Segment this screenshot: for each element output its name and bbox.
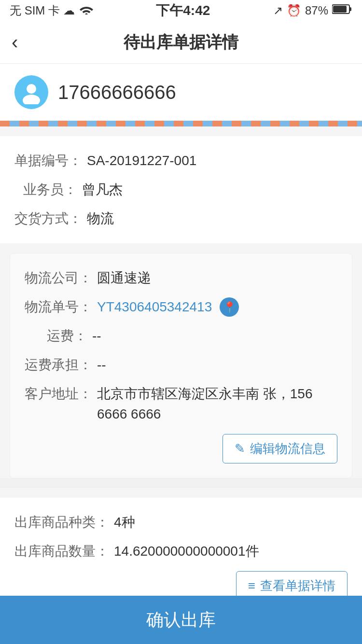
no-sim-text: 无 SIM 卡 ☁ bbox=[10, 3, 75, 18]
document-number-row: 单据编号： SA-20191227-001 bbox=[14, 151, 348, 171]
view-document-label: 查看单据详情 bbox=[260, 577, 335, 594]
freight-bear-label: 运费承担： bbox=[25, 355, 97, 375]
edit-icon: ✎ bbox=[235, 441, 245, 456]
logistics-company-row: 物流公司： 圆通速递 bbox=[25, 268, 337, 288]
edit-logistics-button[interactable]: ✎ 编辑物流信息 bbox=[223, 434, 337, 463]
separator-1 bbox=[0, 478, 362, 488]
goods-quantity-value: 14.620000000000001件 bbox=[114, 541, 348, 561]
dashed-divider bbox=[0, 121, 362, 126]
freight-row: 运费： -- bbox=[25, 326, 337, 346]
page-title: 待出库单据详情 bbox=[124, 31, 238, 54]
edit-logistics-label: 编辑物流信息 bbox=[250, 440, 325, 457]
status-time: 下午4:42 bbox=[156, 1, 210, 20]
user-header: 17666666666 bbox=[0, 64, 362, 121]
document-icon: ≡ bbox=[248, 578, 255, 593]
freight-label: 运费： bbox=[25, 326, 92, 346]
svg-rect-3 bbox=[333, 6, 347, 13]
alarm-icon: ⏰ bbox=[287, 4, 301, 17]
svg-point-0 bbox=[85, 14, 87, 15]
document-number-value: SA-20191227-001 bbox=[87, 151, 348, 171]
battery-icon bbox=[332, 4, 352, 17]
agent-label: 业务员： bbox=[14, 180, 82, 200]
logistics-number-row: 物流单号： YT4306405342413 bbox=[25, 297, 337, 317]
logistics-number-value: YT4306405342413 bbox=[97, 297, 212, 317]
avatar bbox=[14, 75, 48, 109]
address-value: 北京市市辖区海淀区永丰南 张，156 6666 6666 bbox=[97, 384, 337, 424]
goods-quantity-label: 出库商品数量： bbox=[14, 541, 114, 561]
confirm-button-label: 确认出库 bbox=[146, 608, 216, 632]
agent-value: 曾凡杰 bbox=[82, 180, 348, 200]
svg-point-5 bbox=[23, 95, 40, 104]
logistics-number-value-row: YT4306405342413 bbox=[97, 297, 239, 317]
freight-value: -- bbox=[92, 326, 337, 346]
goods-type-row: 出库商品种类： 4种 bbox=[14, 512, 348, 532]
svg-point-4 bbox=[27, 84, 36, 94]
battery-text: 87% bbox=[305, 4, 328, 17]
edit-btn-container: ✎ 编辑物流信息 bbox=[25, 434, 337, 463]
status-right: ↗ ⏰ 87% bbox=[273, 4, 352, 17]
delivery-row: 交货方式： 物流 bbox=[14, 209, 348, 229]
logistics-company-label: 物流公司： bbox=[25, 268, 97, 288]
location-icon[interactable] bbox=[220, 297, 239, 317]
status-left: 无 SIM 卡 ☁ bbox=[10, 3, 93, 18]
logistics-number-label: 物流单号： bbox=[25, 297, 97, 317]
delivery-label: 交货方式： bbox=[14, 209, 87, 229]
freight-bear-row: 运费承担： -- bbox=[25, 355, 337, 375]
main-content: 17666666666 单据编号： SA-20191227-001 业务员： 曾… bbox=[0, 64, 362, 644]
user-phone: 17666666666 bbox=[58, 82, 176, 103]
goods-type-value: 4种 bbox=[114, 512, 348, 532]
document-info-section: 单据编号： SA-20191227-001 业务员： 曾凡杰 交货方式： 物流 bbox=[0, 136, 362, 243]
freight-bear-value: -- bbox=[97, 355, 337, 375]
location-status-icon: ↗ bbox=[273, 4, 283, 17]
delivery-value: 物流 bbox=[87, 209, 348, 229]
document-number-label: 单据编号： bbox=[14, 151, 87, 171]
status-bar: 无 SIM 卡 ☁ 下午4:42 ↗ ⏰ 87% bbox=[0, 0, 362, 21]
agent-row: 业务员： 曾凡杰 bbox=[14, 180, 348, 200]
goods-quantity-row: 出库商品数量： 14.620000000000001件 bbox=[14, 541, 348, 561]
goods-type-label: 出库商品种类： bbox=[14, 512, 114, 532]
logistics-card: 物流公司： 圆通速递 物流单号： YT4306405342413 运费： -- … bbox=[10, 253, 352, 478]
address-row: 客户地址： 北京市市辖区海淀区永丰南 张，156 6666 6666 bbox=[25, 384, 337, 424]
navigation-bar: ‹ 待出库单据详情 bbox=[0, 21, 362, 64]
wifi-icon bbox=[80, 4, 93, 17]
confirm-bar[interactable]: 确认出库 bbox=[0, 596, 362, 644]
svg-rect-2 bbox=[349, 7, 351, 11]
logistics-company-value: 圆通速递 bbox=[97, 268, 337, 288]
address-label: 客户地址： bbox=[25, 384, 97, 404]
back-button[interactable]: ‹ bbox=[12, 31, 18, 53]
